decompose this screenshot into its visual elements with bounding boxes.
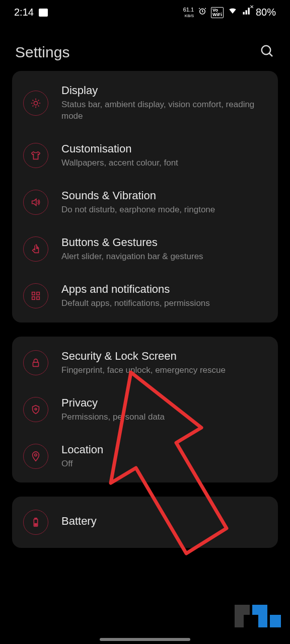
settings-header: Settings [0, 23, 290, 71]
svg-point-10 [35, 454, 37, 456]
settings-group-1: Display Status bar, ambient display, vis… [12, 71, 278, 323]
shirt-icon [23, 143, 48, 168]
row-title: Apps and notifications [61, 283, 267, 296]
row-title: Privacy [61, 396, 267, 410]
svg-rect-6 [32, 297, 35, 300]
row-subtitle: Off [61, 458, 267, 470]
settings-row-location[interactable]: Location Off [12, 433, 278, 480]
row-subtitle: Do not disturb, earphone mode, ringtone [61, 204, 267, 216]
svg-rect-14 [270, 615, 281, 627]
settings-row-battery[interactable]: Battery [12, 500, 278, 545]
settings-row-privacy[interactable]: Privacy Permissions, personal data [12, 386, 278, 433]
signal-icon: ✕ [242, 6, 252, 19]
row-subtitle: Wallpapers, accent colour, font [61, 157, 267, 169]
svg-rect-7 [37, 297, 40, 300]
watermark-logo [230, 600, 285, 635]
network-speed: 61.1KB/S [183, 7, 194, 18]
navigation-bar-handle[interactable] [100, 638, 190, 641]
settings-group-2: Security & Lock Screen Fingerprint, face… [12, 337, 278, 483]
settings-row-apps[interactable]: Apps and notifications Default apps, not… [12, 273, 278, 319]
row-title: Location [61, 443, 267, 456]
svg-point-9 [35, 408, 37, 410]
alarm-icon [198, 7, 207, 18]
status-bar: 2:14 61.1KB/S VoWiFi ✕ 80% [0, 0, 290, 23]
row-subtitle: Default apps, notifications, permissions [61, 298, 267, 309]
row-title: Sounds & Vibration [61, 189, 267, 202]
row-title: Battery [61, 515, 267, 528]
row-title: Security & Lock Screen [61, 350, 267, 363]
svg-rect-13 [34, 523, 37, 526]
row-title: Buttons & Gestures [61, 236, 267, 249]
settings-row-display[interactable]: Display Status bar, ambient display, vis… [12, 74, 278, 132]
vowifi-icon: VoWiFi [211, 7, 224, 18]
gesture-icon [23, 236, 48, 262]
search-icon[interactable] [260, 44, 275, 61]
row-subtitle: Permissions, personal data [61, 412, 267, 423]
row-title: Customisation [61, 142, 267, 155]
status-time: 2:14 [14, 7, 34, 18]
settings-group-3: Battery [12, 497, 278, 548]
svg-rect-8 [33, 362, 39, 366]
row-title: Display [61, 84, 267, 97]
svg-point-1 [262, 46, 271, 55]
row-subtitle: Fingerprint, face unlock, emergency resc… [61, 365, 267, 376]
row-subtitle: Status bar, ambient display, vision comf… [61, 99, 267, 122]
settings-row-buttons[interactable]: Buttons & Gestures Alert slider, navigat… [12, 226, 278, 273]
picture-icon [39, 9, 48, 17]
svg-rect-5 [37, 292, 40, 295]
svg-rect-12 [35, 518, 37, 519]
privacy-icon [23, 397, 48, 422]
lock-icon [23, 350, 48, 375]
location-icon [23, 444, 48, 469]
svg-line-2 [269, 53, 272, 56]
row-subtitle: Alert slider, navigation bar & gestures [61, 251, 267, 263]
sound-icon [23, 190, 48, 215]
battery-icon [23, 510, 48, 535]
battery-percent: 80% [256, 7, 276, 18]
apps-icon [23, 283, 48, 308]
wifi-icon [228, 6, 238, 19]
brightness-icon [23, 91, 48, 116]
svg-rect-4 [32, 292, 35, 295]
settings-row-security[interactable]: Security & Lock Screen Fingerprint, face… [12, 340, 278, 386]
settings-row-sounds[interactable]: Sounds & Vibration Do not disturb, earph… [12, 179, 278, 226]
settings-row-customisation[interactable]: Customisation Wallpapers, accent colour,… [12, 132, 278, 179]
svg-point-3 [34, 101, 37, 105]
page-title: Settings [15, 44, 69, 61]
